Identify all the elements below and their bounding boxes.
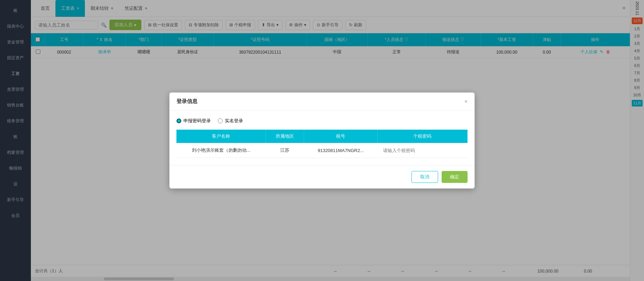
- tax-password-input-cell: [377, 143, 467, 158]
- login-modal: 登录信息 × 申报密码登录 实名登录 客户名称 所属地区: [169, 92, 475, 189]
- modal-col-name: 客户名称: [176, 130, 266, 143]
- modal-col-region: 所属地区: [266, 130, 304, 143]
- modal-close-button[interactable]: ×: [464, 98, 468, 105]
- modal-col-tax-no: 税号: [304, 130, 378, 143]
- radio-realname-login[interactable]: 实名登录: [218, 118, 243, 124]
- confirm-button[interactable]: 确定: [442, 171, 468, 183]
- tax-password-input[interactable]: [383, 148, 462, 153]
- client-name: 刘小艳演示账套（勿删勿动...: [176, 143, 266, 158]
- radio-password-login[interactable]: 申报密码登录: [176, 118, 211, 124]
- modal-header: 登录信息 ×: [169, 92, 475, 111]
- modal-overlay: 登录信息 × 申报密码登录 实名登录 客户名称 所属地区: [0, 0, 644, 281]
- radio-password-input[interactable]: [176, 118, 181, 123]
- client-tax-no: 91320811MA7NGR2...: [304, 143, 378, 158]
- modal-col-password: 个税密码: [377, 130, 467, 143]
- cancel-button[interactable]: 取消: [411, 171, 438, 183]
- modal-footer: 取消 确定: [169, 165, 475, 189]
- modal-title: 登录信息: [176, 98, 197, 105]
- login-type-radio-group: 申报密码登录 实名登录: [176, 118, 468, 124]
- login-info-table: 客户名称 所属地区 税号 个税密码 刘小艳演示账套（勿删勿动... 江苏 913…: [176, 130, 468, 158]
- modal-table-row: 刘小艳演示账套（勿删勿动... 江苏 91320811MA7NGR2...: [176, 143, 468, 158]
- radio-realname-input[interactable]: [218, 118, 223, 123]
- client-region: 江苏: [266, 143, 304, 158]
- modal-body: 申报密码登录 实名登录 客户名称 所属地区 税号 个税密码: [169, 111, 475, 165]
